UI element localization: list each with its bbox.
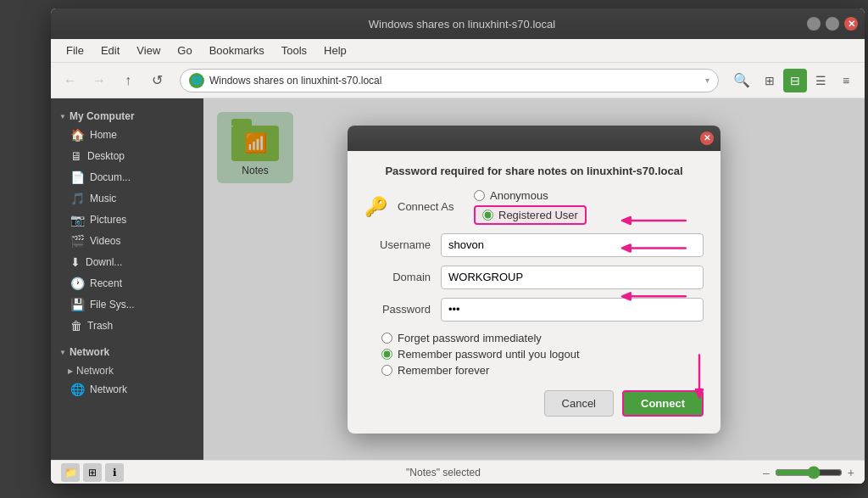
sidebar-item-recent[interactable]: 🕐 Recent bbox=[53, 273, 201, 294]
menu-view[interactable]: View bbox=[128, 42, 169, 59]
filesystem-icon: 💾 bbox=[70, 298, 85, 311]
remember-forever-label: Remember forever bbox=[398, 364, 489, 377]
remember-logout-radio[interactable] bbox=[381, 349, 392, 360]
connect-button[interactable]: Connect bbox=[622, 390, 704, 417]
sidebar-section-network[interactable]: ▼ Network bbox=[51, 341, 203, 360]
sidebar-item-filesystem-label: File Sys... bbox=[90, 299, 135, 311]
trash-icon: 🗑 bbox=[70, 319, 82, 333]
sidebar-item-filesystem[interactable]: 💾 File Sys... bbox=[53, 294, 201, 315]
connect-as-label: Connect As bbox=[398, 200, 474, 213]
status-btn-2[interactable]: ⊞ bbox=[83, 463, 102, 482]
domain-input[interactable] bbox=[441, 266, 704, 289]
address-icon: 🌐 bbox=[189, 73, 204, 88]
menu-help[interactable]: Help bbox=[315, 42, 355, 59]
view-detail-button[interactable]: ≡ bbox=[834, 69, 858, 92]
sidebar-item-documents[interactable]: 📄 Docum... bbox=[53, 167, 201, 187]
forward-button[interactable]: → bbox=[86, 68, 112, 93]
title-bar: Windows shares on linuxhint-s70.local – … bbox=[51, 8, 865, 39]
cancel-button[interactable]: Cancel bbox=[544, 390, 614, 417]
maximize-button[interactable]: □ bbox=[826, 17, 839, 31]
password-input[interactable] bbox=[441, 298, 704, 322]
status-btn-1[interactable]: 📁 bbox=[61, 463, 80, 482]
view-icon-button[interactable]: ⊟ bbox=[783, 69, 807, 92]
sidebar-item-music[interactable]: 🎵 Music bbox=[53, 188, 201, 209]
forget-option[interactable]: Forget password immediately bbox=[381, 332, 704, 344]
sidebar-network-sub-label: Network bbox=[76, 365, 114, 377]
sidebar-item-pictures-label: Pictures bbox=[90, 214, 126, 226]
file-area: 📶 Notes ✕ Password required for share no… bbox=[203, 98, 865, 460]
sidebar-item-home[interactable]: 🏠 Home bbox=[53, 125, 201, 145]
password-row: Password bbox=[364, 298, 704, 322]
downloads-icon: ⬇ bbox=[70, 255, 81, 269]
sidebar-item-trash[interactable]: 🗑 Trash bbox=[53, 316, 201, 336]
sidebar-item-network[interactable]: 🌐 Network bbox=[53, 379, 201, 400]
status-bar: 📁 ⊞ ℹ "Notes" selected – + bbox=[51, 460, 865, 484]
menu-tools[interactable]: Tools bbox=[273, 42, 315, 59]
registered-label: Registered User bbox=[498, 209, 578, 221]
remember-logout-option[interactable]: Remember password until you logout bbox=[381, 348, 704, 361]
registered-radio[interactable] bbox=[482, 210, 493, 221]
sidebar-item-pictures[interactable]: 📷 Pictures bbox=[53, 210, 201, 230]
remember-forever-radio[interactable] bbox=[381, 365, 392, 376]
sidebar-section-my-computer-label: My Computer bbox=[70, 110, 135, 122]
window-title: Windows shares on linuxhint-s70.local bbox=[117, 18, 807, 31]
toolbar: ← → ↑ ↺ 🌐 Windows shares on linuxhint-s7… bbox=[51, 63, 865, 98]
home-icon: 🏠 bbox=[70, 128, 85, 142]
arrow-down-icon: ▼ bbox=[59, 113, 66, 120]
dialog-buttons: Cancel Connect bbox=[364, 390, 704, 417]
sidebar-section-my-computer[interactable]: ▼ My Computer bbox=[51, 105, 203, 124]
menu-bookmarks[interactable]: Bookmarks bbox=[201, 42, 273, 59]
sidebar-item-downloads-label: Downl... bbox=[86, 256, 122, 268]
sidebar-section-network-label: Network bbox=[70, 346, 109, 358]
view-list-button[interactable]: ☰ bbox=[809, 69, 832, 92]
password-dialog: ✕ Password required for share notes on l… bbox=[348, 126, 721, 434]
main-area: ▼ My Computer 🏠 Home 🖥 Desktop 📄 Docum..… bbox=[51, 98, 865, 460]
sidebar-item-downloads[interactable]: ⬇ Downl... bbox=[53, 252, 201, 272]
connect-as-row: 🔑 Connect As Anonymous Registered User bbox=[364, 189, 704, 225]
remember-section: Forget password immediately Remember pas… bbox=[364, 332, 704, 377]
status-btn-3[interactable]: ℹ bbox=[105, 463, 124, 482]
view-compact-button[interactable]: ⊞ bbox=[758, 69, 782, 92]
anonymous-radio[interactable] bbox=[474, 190, 485, 201]
minimize-button[interactable]: – bbox=[807, 17, 821, 31]
sidebar-item-videos[interactable]: 🎬 Videos bbox=[53, 231, 201, 251]
anonymous-option[interactable]: Anonymous bbox=[474, 189, 587, 202]
dialog-body: Password required for share notes on lin… bbox=[348, 151, 721, 434]
zoom-slider[interactable] bbox=[775, 466, 843, 479]
menu-go[interactable]: Go bbox=[169, 42, 200, 59]
remember-logout-label: Remember password until you logout bbox=[398, 348, 580, 361]
up-button[interactable]: ↑ bbox=[115, 68, 141, 93]
documents-icon: 📄 bbox=[70, 171, 85, 184]
close-button[interactable]: ✕ bbox=[844, 17, 858, 31]
status-right: – + bbox=[763, 466, 854, 479]
menu-edit[interactable]: Edit bbox=[92, 42, 128, 59]
domain-row: Domain bbox=[364, 266, 704, 289]
music-icon: 🎵 bbox=[70, 192, 85, 205]
remember-forever-option[interactable]: Remember forever bbox=[381, 364, 704, 377]
search-button[interactable]: 🔍 bbox=[729, 68, 754, 93]
window-controls: – □ ✕ bbox=[807, 17, 858, 31]
sidebar-network-sub[interactable]: ▶ Network bbox=[51, 360, 203, 378]
back-button[interactable]: ← bbox=[58, 68, 83, 93]
network-icon: 🌐 bbox=[70, 383, 85, 396]
sidebar-item-home-label: Home bbox=[90, 129, 117, 141]
dialog-titlebar: ✕ bbox=[348, 126, 721, 151]
registered-option[interactable]: Registered User bbox=[474, 205, 587, 225]
dialog-overlay: ✕ Password required for share notes on l… bbox=[203, 98, 865, 460]
sidebar-item-desktop[interactable]: 🖥 Desktop bbox=[53, 146, 201, 166]
reload-button[interactable]: ↺ bbox=[144, 68, 170, 93]
menu-bar: File Edit View Go Bookmarks Tools Help bbox=[51, 39, 865, 63]
address-dropdown-icon[interactable]: ▾ bbox=[705, 76, 709, 85]
sidebar-item-videos-label: Videos bbox=[90, 235, 120, 247]
address-text: Windows shares on linuxhint-s70.local bbox=[209, 75, 700, 87]
arrow-right-icon: ▶ bbox=[68, 367, 73, 375]
sidebar: ▼ My Computer 🏠 Home 🖥 Desktop 📄 Docum..… bbox=[51, 98, 203, 460]
videos-icon: 🎬 bbox=[70, 234, 85, 248]
sidebar-item-trash-label: Trash bbox=[87, 320, 113, 332]
status-left: 📁 ⊞ ℹ bbox=[61, 463, 124, 482]
dialog-close-button[interactable]: ✕ bbox=[700, 131, 714, 145]
sidebar-item-desktop-label: Desktop bbox=[87, 150, 125, 162]
menu-file[interactable]: File bbox=[58, 42, 92, 59]
forget-radio[interactable] bbox=[381, 333, 392, 344]
username-input[interactable] bbox=[441, 233, 704, 257]
